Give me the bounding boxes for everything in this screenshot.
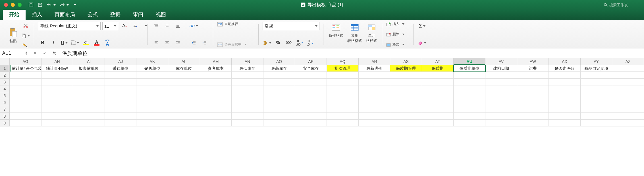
column-header[interactable]: AZ <box>612 58 644 65</box>
cell[interactable] <box>10 72 41 79</box>
cell[interactable] <box>517 72 549 79</box>
row-header[interactable]: 6 <box>0 99 10 106</box>
align-middle-button[interactable] <box>163 22 172 30</box>
cell[interactable]: 商品自定义项 <box>581 65 612 72</box>
cell[interactable] <box>232 72 263 79</box>
cell[interactable] <box>200 99 232 106</box>
cell[interactable] <box>263 79 295 85</box>
cell[interactable] <box>612 79 644 85</box>
tab-insert[interactable]: 插入 <box>26 9 48 20</box>
cell[interactable] <box>136 99 168 106</box>
cell[interactable] <box>390 72 422 79</box>
column-header[interactable]: AR <box>359 58 390 65</box>
align-right-button[interactable] <box>173 38 182 47</box>
name-box-stepper[interactable]: ▲▼ <box>25 51 28 55</box>
cell[interactable] <box>10 79 41 85</box>
cell[interactable] <box>359 92 390 99</box>
cell[interactable] <box>200 72 232 79</box>
cell[interactable] <box>295 79 327 85</box>
cell[interactable] <box>327 106 359 113</box>
cell[interactable] <box>105 113 137 120</box>
cell[interactable] <box>295 85 327 92</box>
cell[interactable] <box>232 79 263 85</box>
search-sheet[interactable] <box>604 3 641 7</box>
cell[interactable] <box>422 113 454 120</box>
cell[interactable] <box>422 72 454 79</box>
row-header[interactable]: 4 <box>0 85 10 92</box>
paste-button[interactable]: 粘贴 <box>7 27 19 44</box>
cell[interactable] <box>359 113 390 120</box>
cut-button[interactable] <box>21 22 30 30</box>
cell[interactable] <box>454 92 485 99</box>
minimize-window[interactable] <box>11 3 15 7</box>
cell[interactable] <box>549 113 581 120</box>
autosum-button[interactable]: Σ <box>417 22 427 30</box>
cell[interactable] <box>232 113 263 120</box>
cell[interactable]: 保质期管理 <box>390 65 422 72</box>
cell[interactable] <box>41 99 73 106</box>
zoom-window[interactable] <box>18 3 22 7</box>
cell[interactable] <box>485 120 517 126</box>
font-size-select[interactable]: 11 <box>102 22 118 30</box>
cell[interactable] <box>581 99 612 106</box>
cell[interactable] <box>232 106 263 113</box>
cell[interactable] <box>263 120 295 126</box>
cell[interactable] <box>612 65 644 72</box>
cell[interactable] <box>390 99 422 106</box>
cell[interactable] <box>10 85 41 92</box>
cell[interactable] <box>168 72 200 79</box>
cell[interactable]: 采购单位 <box>105 65 137 72</box>
cell[interactable] <box>549 120 581 126</box>
cell[interactable] <box>485 113 517 120</box>
cell[interactable] <box>105 120 137 126</box>
row-header[interactable]: 7 <box>0 106 10 113</box>
cell[interactable] <box>168 113 200 120</box>
cell[interactable] <box>359 120 390 126</box>
orientation-button[interactable]: ab <box>189 22 198 30</box>
cell[interactable] <box>454 79 485 85</box>
cell[interactable]: 建档日期 <box>485 65 517 72</box>
cell[interactable] <box>295 106 327 113</box>
cell[interactable] <box>263 92 295 99</box>
cell[interactable] <box>581 120 612 126</box>
cell[interactable] <box>105 79 137 85</box>
cell[interactable] <box>232 92 263 99</box>
cell[interactable] <box>390 85 422 92</box>
cell[interactable] <box>41 106 73 113</box>
cell[interactable] <box>295 92 327 99</box>
column-header[interactable]: AT <box>422 58 454 65</box>
cell[interactable] <box>232 99 263 106</box>
cell[interactable] <box>200 106 232 113</box>
cell[interactable] <box>41 92 73 99</box>
column-header[interactable]: AS <box>390 58 422 65</box>
row-header[interactable]: 5 <box>0 92 10 99</box>
column-header[interactable]: AV <box>485 58 517 65</box>
cancel-formula-button[interactable]: ✕ <box>30 50 40 56</box>
row-header[interactable]: 9 <box>0 120 10 126</box>
cell[interactable] <box>73 113 105 120</box>
cell[interactable] <box>73 106 105 113</box>
cell[interactable] <box>136 120 168 126</box>
cell[interactable] <box>10 92 41 99</box>
italic-button[interactable]: I <box>49 38 58 47</box>
cell[interactable] <box>549 92 581 99</box>
insert-function-button[interactable]: fx <box>49 51 59 56</box>
merge-center-button[interactable]: 合并后居中 <box>217 42 255 47</box>
cell[interactable] <box>41 79 73 85</box>
cell[interactable] <box>73 79 105 85</box>
cell[interactable] <box>359 85 390 92</box>
cell[interactable] <box>581 79 612 85</box>
cell[interactable] <box>612 85 644 92</box>
cell[interactable] <box>105 99 137 106</box>
cell[interactable] <box>200 85 232 92</box>
cell[interactable] <box>73 99 105 106</box>
cell[interactable]: 保质期 <box>422 65 454 72</box>
home-icon[interactable] <box>28 2 34 7</box>
copy-button[interactable] <box>21 31 30 40</box>
align-bottom-button[interactable] <box>173 22 182 30</box>
cell[interactable] <box>612 92 644 99</box>
enter-formula-button[interactable]: ✓ <box>40 50 49 56</box>
cell[interactable] <box>359 79 390 85</box>
column-header[interactable]: AP <box>295 58 327 65</box>
cell[interactable] <box>168 79 200 85</box>
